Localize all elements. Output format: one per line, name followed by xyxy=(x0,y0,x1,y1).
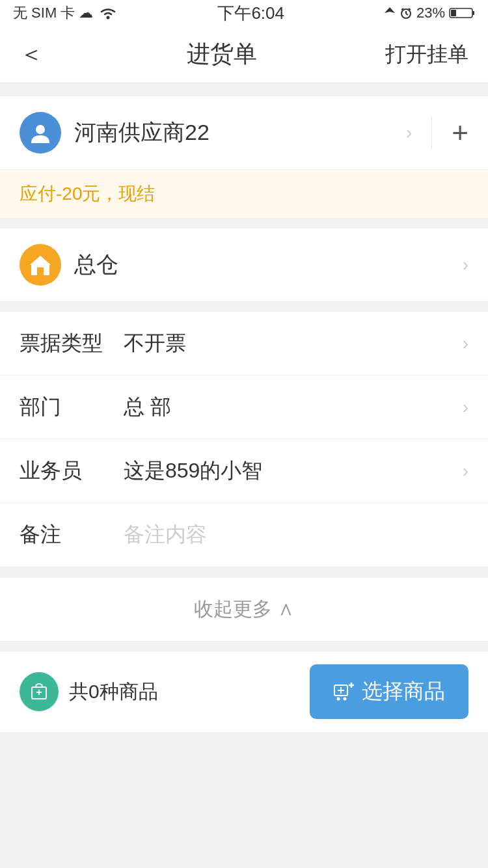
supplier-avatar xyxy=(20,112,61,154)
warehouse-name: 总仓 xyxy=(74,250,463,280)
status-time: 下午6:04 xyxy=(217,2,284,25)
select-product-label: 选择商品 xyxy=(362,677,445,706)
supplier-row[interactable]: 河南供应商22 › + xyxy=(0,96,488,170)
cart-add-icon xyxy=(333,682,355,701)
supplier-section: 河南供应商22 › + 应付-20元，现结 xyxy=(0,96,488,218)
svg-rect-7 xyxy=(472,11,474,15)
status-right: 23% xyxy=(384,5,475,21)
location-icon xyxy=(384,7,396,20)
staff-row[interactable]: 业务员 这是859的小智 › xyxy=(0,439,488,503)
status-bar: 无 SIM 卡 ☁ 下午6:04 23% xyxy=(0,0,488,26)
staff-value: 这是859的小智 xyxy=(124,457,463,485)
dept-label: 部门 xyxy=(20,393,111,422)
supplier-name: 河南供应商22 xyxy=(74,118,406,148)
svg-point-9 xyxy=(36,125,45,134)
section-gap-1 xyxy=(0,218,488,228)
dept-row[interactable]: 部门 总 部 › xyxy=(0,375,488,439)
add-supplier-button[interactable]: + xyxy=(452,118,468,147)
dept-value: 总 部 xyxy=(124,393,463,422)
shopping-bag-icon xyxy=(28,681,50,703)
svg-marker-11 xyxy=(30,256,51,265)
warehouse-row[interactable]: 总仓 › xyxy=(0,228,488,301)
invoice-type-chevron-icon: › xyxy=(463,333,468,354)
collapse-label: 收起更多 ∧ xyxy=(194,596,293,623)
product-icon-wrap xyxy=(20,672,59,711)
svg-rect-12 xyxy=(37,267,44,275)
svg-point-19 xyxy=(337,698,340,701)
svg-rect-8 xyxy=(451,10,456,16)
wifi-icon xyxy=(98,7,118,20)
staff-chevron-icon: › xyxy=(463,461,468,481)
collapse-button[interactable]: 收起更多 ∧ xyxy=(0,577,488,641)
battery-text: 23% xyxy=(416,5,445,21)
remark-label: 备注 xyxy=(20,521,111,549)
staff-label: 业务员 xyxy=(20,457,111,485)
dept-chevron-icon: › xyxy=(463,397,468,418)
invoice-type-row[interactable]: 票据类型 不开票 › xyxy=(0,312,488,375)
no-sim-text: 无 SIM 卡 ☁ xyxy=(13,3,93,23)
warehouse-section[interactable]: 总仓 › xyxy=(0,228,488,301)
supplier-chevron-icon: › xyxy=(406,122,412,143)
page-background xyxy=(0,732,488,868)
battery-icon xyxy=(449,7,475,20)
select-product-button[interactable]: 选择商品 xyxy=(310,664,468,719)
remark-input[interactable]: 备注内容 xyxy=(124,521,468,549)
invoice-type-value: 不开票 xyxy=(124,329,463,358)
svg-point-20 xyxy=(344,698,347,701)
warehouse-icon xyxy=(29,253,52,277)
product-count-text: 共0种商品 xyxy=(69,679,158,705)
open-pending-button[interactable]: 打开挂单 xyxy=(385,40,468,69)
svg-line-3 xyxy=(406,14,408,15)
vertical-divider xyxy=(431,116,432,149)
svg-point-0 xyxy=(107,16,110,20)
back-button[interactable]: ＜ xyxy=(20,38,59,70)
warehouse-icon-wrap xyxy=(20,244,61,286)
form-section: 票据类型 不开票 › 部门 总 部 › 业务员 这是859的小智 › 备注 备注… xyxy=(0,312,488,567)
alarm-icon xyxy=(400,7,413,20)
bottom-bar: 共0种商品 选择商品 xyxy=(0,651,488,732)
status-left: 无 SIM 卡 ☁ xyxy=(13,3,118,23)
notice-banner: 应付-20元，现结 xyxy=(0,170,488,218)
warehouse-chevron-icon: › xyxy=(463,254,468,275)
nav-bar: ＜ 进货单 打开挂单 xyxy=(0,26,488,83)
product-count-wrap: 共0种商品 xyxy=(20,672,158,711)
person-icon xyxy=(29,121,52,144)
separator-1 xyxy=(0,83,488,96)
invoice-type-label: 票据类型 xyxy=(20,329,111,358)
remark-row[interactable]: 备注 备注内容 xyxy=(0,503,488,567)
page-title: 进货单 xyxy=(187,38,257,70)
